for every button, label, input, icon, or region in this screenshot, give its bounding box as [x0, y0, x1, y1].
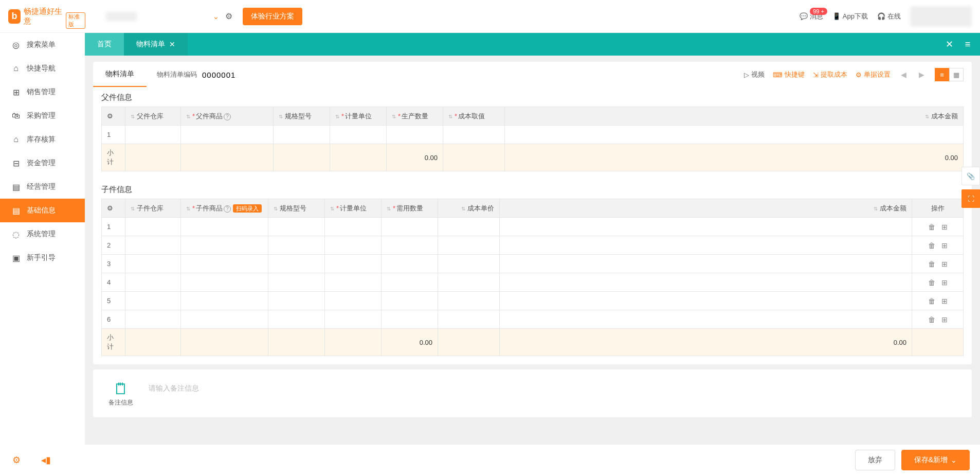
sidebar-item-sales[interactable]: ⊞ 销售管理	[0, 80, 85, 104]
tab-home[interactable]: 首页	[85, 33, 124, 56]
cell-spec[interactable]	[268, 310, 325, 329]
trial-industry-button[interactable]: 体验行业方案	[243, 8, 302, 25]
sidebar-item-finance[interactable]: ⊟ 资金管理	[0, 151, 85, 175]
cell-product[interactable]	[181, 218, 268, 236]
cell-cost-amount[interactable]	[500, 310, 912, 329]
col-cost-amount[interactable]: ⇅成本金额	[500, 199, 912, 218]
col-spec[interactable]: ⇅规格型号	[268, 199, 325, 218]
remark-input[interactable]	[147, 380, 959, 396]
cell-product[interactable]	[181, 236, 268, 255]
app-download-button[interactable]: 📱 App下载	[832, 12, 868, 21]
cell-unit-cost[interactable]	[438, 236, 500, 255]
cell-unit[interactable]	[325, 292, 382, 310]
sidebar-item-inventory[interactable]: ⌂ 库存核算	[0, 128, 85, 151]
add-row-button[interactable]: ⊞	[941, 297, 948, 305]
video-help-button[interactable]: ▷ 视频	[744, 70, 765, 79]
cell-spec[interactable]	[268, 292, 325, 310]
sidebar-item-system[interactable]: ◌ 系统管理	[0, 222, 85, 246]
add-row-button[interactable]: ⊞	[941, 223, 948, 231]
cell-warehouse[interactable]	[125, 292, 181, 310]
add-row-button[interactable]: ⊞	[941, 260, 948, 268]
cell-product[interactable]	[181, 292, 268, 310]
cell-unit-cost[interactable]	[438, 310, 500, 329]
add-row-button[interactable]: ⊞	[941, 315, 948, 324]
table-row[interactable]: 6🗑⊞	[102, 310, 964, 329]
add-row-button[interactable]: ⊞	[941, 241, 948, 250]
prev-doc-button[interactable]: ◀	[899, 71, 909, 79]
cell-product[interactable]	[181, 310, 268, 329]
cell-unit[interactable]	[325, 218, 382, 236]
cell-cost-amount[interactable]	[500, 236, 912, 255]
cell-spec[interactable]	[268, 255, 325, 273]
delete-row-button[interactable]: 🗑	[928, 223, 935, 231]
cell-spec[interactable]	[268, 273, 325, 292]
support-button[interactable]: 🎧 在线	[877, 12, 901, 21]
extract-cost-button[interactable]: ⇲ 提取成本	[813, 70, 847, 79]
delete-row-button[interactable]: 🗑	[928, 315, 935, 324]
cell-need-qty[interactable]	[382, 292, 438, 310]
save-and-new-button[interactable]: 保存&新增 ⌄	[901, 450, 970, 470]
tab-menu-button[interactable]: ≡	[960, 37, 975, 51]
footer-gear-button[interactable]: ⚙	[12, 454, 21, 466]
cell-product[interactable]	[181, 273, 268, 292]
col-unit[interactable]: ⇅*计量单位	[330, 107, 387, 126]
delete-row-button[interactable]: 🗑	[928, 260, 935, 268]
sub-tab-bom[interactable]: 物料清单	[93, 62, 147, 87]
cell-cost-amount[interactable]	[500, 255, 912, 273]
cell-spec[interactable]	[274, 126, 330, 144]
col-unit-cost[interactable]: ⇅成本单价	[438, 199, 500, 218]
user-menu[interactable]	[910, 6, 972, 27]
fullscreen-button[interactable]: ⛶	[961, 189, 980, 208]
org-selector[interactable]: ⌄	[106, 8, 219, 25]
collapse-sidebar-button[interactable]: ◂▮	[41, 454, 51, 466]
cell-unit[interactable]	[325, 310, 382, 329]
sidebar-item-search-menu[interactable]: ◎ 搜索菜单	[0, 33, 85, 57]
sidebar-item-basic-info[interactable]: ▤ 基础信息	[0, 199, 85, 222]
attachment-button[interactable]: 📎	[961, 167, 980, 185]
close-icon[interactable]: ✕	[169, 40, 175, 48]
table-row[interactable]: 1🗑⊞	[102, 218, 964, 236]
add-row-button[interactable]: ⊞	[941, 278, 948, 287]
col-child-product[interactable]: ⇅*子件商品?扫码录入	[181, 199, 268, 218]
help-icon[interactable]: ?	[224, 113, 231, 120]
cell-unit[interactable]	[325, 273, 382, 292]
table-row[interactable]: 1	[102, 126, 964, 144]
cell-warehouse[interactable]	[125, 236, 181, 255]
table-row[interactable]: 2🗑⊞	[102, 236, 964, 255]
cell-unit-cost[interactable]	[438, 292, 500, 310]
discard-button[interactable]: 放弃	[855, 450, 895, 470]
table-row[interactable]: 5🗑⊞	[102, 292, 964, 310]
col-cost-method[interactable]: ⇅*成本取值	[443, 107, 505, 126]
cell-cost-amount[interactable]	[500, 273, 912, 292]
row-settings-header[interactable]: ⚙	[102, 107, 125, 126]
cell-need-qty[interactable]	[382, 236, 438, 255]
cell-qty[interactable]	[387, 126, 443, 144]
cell-spec[interactable]	[268, 218, 325, 236]
cell-warehouse[interactable]	[125, 273, 181, 292]
sidebar-item-quick-nav[interactable]: ⌂ 快捷导航	[0, 57, 85, 80]
settings-gear-button[interactable]: ⚙	[219, 11, 239, 21]
col-child-warehouse[interactable]: ⇅子件仓库	[125, 199, 181, 218]
col-parent-product[interactable]: ⇅*父件商品?	[181, 107, 274, 126]
col-spec[interactable]: ⇅规格型号	[274, 107, 330, 126]
col-unit[interactable]: ⇅*计量单位	[325, 199, 382, 218]
shortcut-button[interactable]: ⌨ 快捷键	[773, 70, 805, 79]
table-row[interactable]: 4🗑⊞	[102, 273, 964, 292]
cell-need-qty[interactable]	[382, 255, 438, 273]
cell-cost-method[interactable]	[443, 126, 505, 144]
delete-row-button[interactable]: 🗑	[928, 297, 935, 305]
close-all-tabs-button[interactable]: ✕	[942, 37, 956, 51]
cell-need-qty[interactable]	[382, 273, 438, 292]
cell-unit-cost[interactable]	[438, 273, 500, 292]
cell-product[interactable]	[181, 255, 268, 273]
sidebar-item-guide[interactable]: ▣ 新手引导	[0, 246, 85, 270]
row-settings-header[interactable]: ⚙	[102, 199, 125, 218]
col-parent-warehouse[interactable]: ⇅父件仓库	[125, 107, 181, 126]
col-cost-amount[interactable]: ⇅成本金额	[505, 107, 964, 126]
view-list-button[interactable]: ≡	[935, 68, 949, 81]
cell-need-qty[interactable]	[382, 218, 438, 236]
help-icon[interactable]: ?	[224, 205, 231, 213]
sidebar-item-operation[interactable]: ▤ 经营管理	[0, 175, 85, 199]
cell-unit[interactable]	[325, 236, 382, 255]
cell-warehouse[interactable]	[125, 310, 181, 329]
